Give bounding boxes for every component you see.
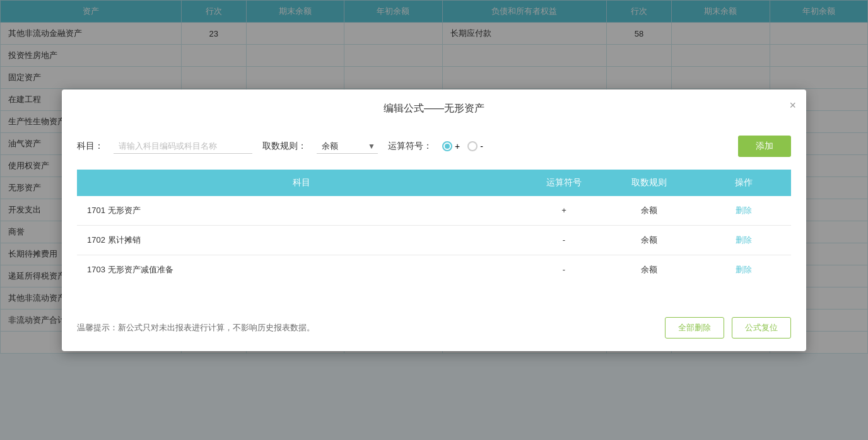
modal-dialog: 编辑公式——无形资产 × 科目： 取数规则： 余额 借方发生额 贷方发生额 ▼ … (62, 90, 806, 351)
formula-rule-cell: 余额 (602, 196, 696, 226)
formula-operator-cell: - (526, 225, 602, 255)
subject-input[interactable] (114, 139, 252, 154)
modal-title: 编辑公式——无形资产 (384, 103, 484, 113)
operator-radio-group: + - (442, 141, 483, 151)
footer-buttons: 全部删除 公式复位 (665, 317, 791, 339)
formula-table-row: 1702 累计摊销-余额删除 (77, 225, 791, 255)
operator-minus-radio[interactable]: - (467, 141, 483, 151)
operator-plus-radio[interactable]: + (442, 141, 460, 151)
formula-subject-cell: 1701 无形资产 (77, 196, 526, 226)
formula-table-row: 1701 无形资产+余额删除 (77, 196, 791, 226)
table-header-operator: 运算符号 (526, 170, 602, 196)
subject-label: 科目： (77, 141, 103, 152)
form-row: 科目： 取数规则： 余额 借方发生额 贷方发生额 ▼ 运算符号： + (77, 136, 791, 157)
formula-action-cell: 删除 (696, 196, 791, 226)
modal-overlay: 编辑公式——无形资产 × 科目： 取数规则： 余额 借方发生额 贷方发生额 ▼ … (0, 0, 868, 440)
operator-minus-label: - (480, 141, 483, 151)
operator-label: 运算符号： (388, 141, 432, 152)
formula-operator-cell: - (526, 255, 602, 284)
formula-table-row: 1703 无形资产减值准备-余额删除 (77, 255, 791, 284)
modal-footer: 温馨提示：新公式只对未出报表进行计算，不影响历史报表数据。 全部删除 公式复位 (62, 310, 806, 351)
table-header-rule: 取数规则 (602, 170, 696, 196)
modal-body: 科目： 取数规则： 余额 借方发生额 贷方发生额 ▼ 运算符号： + (62, 125, 806, 310)
formula-subject-cell: 1703 无形资产减值准备 (77, 255, 526, 284)
reset-button[interactable]: 公式复位 (732, 317, 791, 339)
rule-label: 取数规则： (262, 141, 307, 152)
delete-row-link[interactable]: 删除 (736, 265, 752, 274)
formula-rule-cell: 余额 (602, 255, 696, 284)
radio-plus-circle (442, 141, 452, 151)
modal-close-button[interactable]: × (789, 100, 796, 111)
formula-rule-cell: 余额 (602, 225, 696, 255)
delete-all-button[interactable]: 全部删除 (665, 317, 724, 339)
tip-text: 温馨提示：新公式只对未出报表进行计算，不影响历史报表数据。 (77, 322, 315, 333)
operator-plus-label: + (455, 141, 460, 151)
rule-select-wrapper: 余额 借方发生额 贷方发生额 ▼ (317, 139, 378, 154)
modal-header: 编辑公式——无形资产 × (62, 90, 806, 125)
delete-row-link[interactable]: 删除 (736, 235, 752, 245)
add-button[interactable]: 添加 (738, 136, 791, 157)
radio-minus-circle (467, 141, 478, 151)
formula-action-cell: 删除 (696, 225, 791, 255)
formula-action-cell: 删除 (696, 255, 791, 284)
table-header-action: 操作 (696, 170, 791, 196)
delete-row-link[interactable]: 删除 (736, 206, 752, 215)
formula-operator-cell: + (526, 196, 602, 226)
formula-subject-cell: 1702 累计摊销 (77, 225, 526, 255)
rule-select[interactable]: 余额 借方发生额 贷方发生额 (317, 139, 378, 154)
formula-table: 科目 运算符号 取数规则 操作 1701 无形资产+余额删除1702 累计摊销-… (77, 170, 791, 284)
table-header-subject: 科目 (77, 170, 526, 196)
